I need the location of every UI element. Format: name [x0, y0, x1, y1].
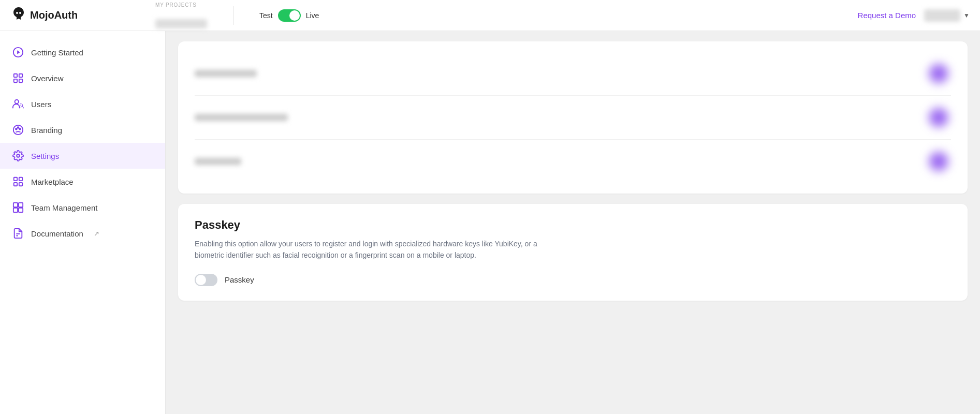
sidebar-item-label-team-management: Team Management: [31, 203, 97, 212]
svg-rect-16: [14, 183, 17, 186]
play-circle-icon: [12, 47, 24, 58]
marketplace-icon: [12, 176, 24, 187]
sidebar-item-label-settings: Settings: [31, 152, 59, 160]
sidebar: Getting Started Overview: [0, 31, 166, 414]
project-name-blurred[interactable]: [155, 19, 207, 28]
palette-icon: [12, 124, 24, 136]
test-live-toggle: Test Live: [259, 9, 319, 22]
blurred-row-1: [195, 52, 951, 96]
test-live-switch[interactable]: [278, 9, 301, 22]
blurred-content-3: [195, 158, 241, 165]
passkey-toggle[interactable]: [195, 274, 217, 286]
purple-blob-3: [926, 149, 951, 174]
layout: Getting Started Overview: [0, 31, 980, 414]
sidebar-item-label-getting-started: Getting Started: [31, 48, 83, 57]
sidebar-item-getting-started[interactable]: Getting Started: [0, 39, 165, 65]
blurred-row-2: [195, 96, 951, 140]
logo-text: MojoAuth: [30, 9, 78, 21]
logo: MojoAuth: [10, 5, 145, 25]
project-area: MY PROJECTS: [155, 2, 217, 28]
svg-rect-5: [19, 74, 22, 77]
svg-rect-15: [19, 178, 22, 181]
svg-rect-19: [19, 203, 23, 207]
sidebar-item-label-overview: Overview: [31, 74, 64, 83]
svg-marker-3: [17, 50, 20, 54]
logo-icon: [10, 5, 27, 25]
sidebar-item-marketplace[interactable]: Marketplace: [0, 169, 165, 195]
svg-point-11: [18, 127, 19, 128]
test-label: Test: [259, 11, 273, 20]
sidebar-item-users[interactable]: Users: [0, 91, 165, 117]
gear-icon: [12, 150, 24, 161]
svg-rect-18: [13, 203, 18, 207]
svg-point-8: [15, 100, 19, 103]
blurred-rows-card: [178, 41, 968, 194]
external-link-icon: ↗: [94, 230, 99, 238]
doc-icon: [12, 228, 24, 239]
svg-point-10: [16, 128, 17, 130]
passkey-card: Passkey Enabling this option allow your …: [178, 204, 968, 301]
svg-rect-17: [19, 183, 22, 186]
sidebar-item-overview[interactable]: Overview: [0, 65, 165, 91]
svg-rect-6: [14, 79, 17, 82]
my-projects-label: MY PROJECTS: [155, 2, 217, 8]
sidebar-item-settings[interactable]: Settings: [0, 143, 165, 169]
sidebar-item-team-management[interactable]: Team Management: [0, 195, 165, 220]
bar-chart-icon: [12, 72, 24, 84]
svg-point-12: [19, 128, 21, 130]
sidebar-item-label-documentation: Documentation: [31, 229, 83, 238]
sidebar-item-label-marketplace: Marketplace: [31, 178, 74, 186]
blurred-content-1: [195, 70, 257, 77]
sidebar-item-label-branding: Branding: [31, 126, 62, 135]
users-icon: [12, 98, 24, 110]
sidebar-item-documentation[interactable]: Documentation ↗: [0, 220, 165, 246]
purple-blob-2: [926, 105, 951, 130]
header-right: Request a Demo ▼: [858, 9, 970, 22]
svg-point-13: [17, 154, 20, 157]
sidebar-item-label-users: Users: [31, 100, 51, 109]
purple-blob-1: [926, 61, 951, 86]
svg-rect-20: [13, 208, 18, 212]
svg-point-0: [16, 12, 18, 14]
svg-rect-21: [19, 208, 23, 212]
blurred-row-3: [195, 140, 951, 183]
live-label: Live: [306, 11, 319, 20]
divider: [233, 6, 233, 25]
svg-rect-7: [19, 79, 22, 82]
header: MojoAuth MY PROJECTS Test Live Request a…: [0, 0, 980, 31]
request-demo-button[interactable]: Request a Demo: [858, 11, 916, 20]
blurred-content-2: [195, 114, 288, 121]
user-avatar: [924, 9, 960, 22]
svg-rect-14: [14, 178, 17, 181]
passkey-title: Passkey: [195, 218, 951, 232]
main-content: Passkey Enabling this option allow your …: [166, 31, 980, 414]
passkey-toggle-row: Passkey: [195, 274, 951, 286]
passkey-toggle-label: Passkey: [225, 275, 254, 284]
team-grid-icon: [12, 202, 24, 213]
svg-rect-4: [14, 74, 17, 77]
passkey-description: Enabling this option allow your users to…: [195, 238, 557, 261]
svg-point-1: [19, 12, 21, 14]
user-menu[interactable]: ▼: [924, 9, 970, 22]
sidebar-item-branding[interactable]: Branding: [0, 117, 165, 143]
chevron-down-icon: ▼: [963, 12, 970, 19]
